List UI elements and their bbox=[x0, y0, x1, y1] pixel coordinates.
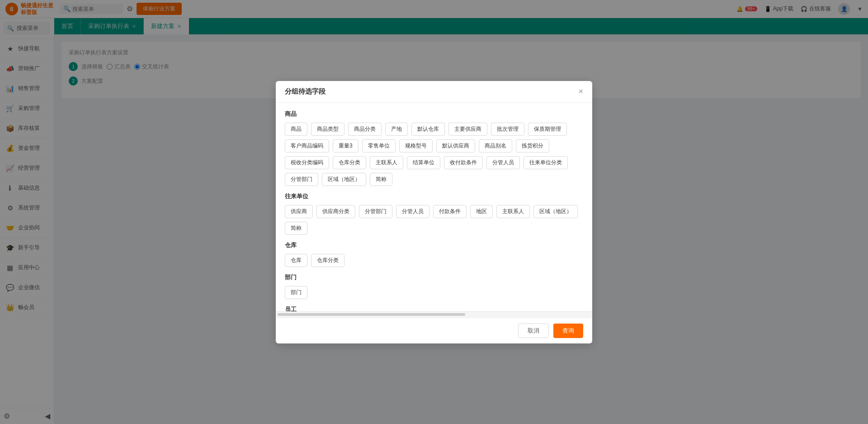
field-tag[interactable]: 商品 bbox=[285, 123, 307, 136]
field-tag[interactable]: 商品别名 bbox=[479, 139, 512, 152]
field-tag[interactable]: 地区 bbox=[470, 205, 493, 218]
field-tag[interactable]: 收付款条件 bbox=[444, 156, 483, 169]
field-select-modal: 分组待选字段 × 商品 商品 商品类型 商品分类 产地 默认仓库 主要供应商 批… bbox=[276, 81, 592, 343]
field-tag[interactable]: 供应商分类 bbox=[316, 205, 355, 218]
hscroll-thumb bbox=[278, 313, 465, 316]
section-title-dept: 部门 bbox=[285, 273, 583, 281]
field-tag[interactable]: 零售单位 bbox=[362, 139, 396, 152]
field-tag[interactable]: 分管人员 bbox=[396, 205, 429, 218]
cancel-button[interactable]: 取消 bbox=[518, 324, 549, 338]
modal-overlay: 分组待选字段 × 商品 商品 商品类型 商品分类 产地 默认仓库 主要供应商 批… bbox=[0, 0, 868, 424]
field-tag[interactable]: 付款条件 bbox=[433, 205, 467, 218]
modal-horizontal-scroll[interactable] bbox=[276, 311, 592, 318]
section-title-warehouse: 仓库 bbox=[285, 241, 583, 249]
field-tag[interactable]: 商品类型 bbox=[311, 123, 344, 136]
field-tag[interactable]: 批次管理 bbox=[491, 123, 524, 136]
field-tag[interactable]: 税收分类编码 bbox=[285, 156, 329, 169]
confirm-button[interactable]: 查询 bbox=[553, 324, 583, 338]
section-title-staff: 员工 bbox=[285, 305, 583, 311]
field-tag[interactable]: 规格型号 bbox=[399, 139, 433, 152]
field-tag[interactable]: 区域（地区） bbox=[533, 205, 578, 218]
field-tag[interactable]: 客户商品编码 bbox=[285, 139, 329, 152]
field-tag[interactable]: 默认仓库 bbox=[411, 123, 445, 136]
field-tag[interactable]: 仓库 bbox=[285, 254, 307, 267]
field-tag[interactable]: 拣货积分 bbox=[516, 139, 549, 152]
field-tag[interactable]: 往来单位分类 bbox=[524, 156, 568, 169]
modal-title: 分组待选字段 bbox=[285, 87, 326, 96]
field-tag[interactable]: 主联系人 bbox=[496, 205, 530, 218]
field-tag[interactable]: 简称 bbox=[285, 222, 307, 235]
field-tag[interactable]: 仓库分类 bbox=[333, 156, 366, 169]
field-grid-partner: 供应商 供应商分类 分管部门 分管人员 付款条件 地区 主联系人 区域（地区） … bbox=[285, 205, 583, 235]
field-grid-warehouse: 仓库 仓库分类 bbox=[285, 254, 583, 267]
field-tag[interactable]: 默认供应商 bbox=[436, 139, 475, 152]
field-tag[interactable]: 分管部门 bbox=[285, 173, 318, 186]
field-tag[interactable]: 结算单位 bbox=[407, 156, 440, 169]
field-tag[interactable]: 部门 bbox=[285, 286, 307, 299]
field-tag[interactable]: 分管部门 bbox=[359, 205, 392, 218]
field-tag[interactable]: 供应商 bbox=[285, 205, 313, 218]
field-tag[interactable]: 主联系人 bbox=[370, 156, 403, 169]
field-tag[interactable]: 保质期管理 bbox=[528, 123, 567, 136]
modal-body: 商品 商品 商品类型 商品分类 产地 默认仓库 主要供应商 批次管理 保质期管理… bbox=[276, 103, 592, 311]
modal-close-button[interactable]: × bbox=[578, 87, 583, 95]
field-tag[interactable]: 重量3 bbox=[333, 139, 359, 152]
modal-footer: 取消 查询 bbox=[276, 318, 592, 343]
field-tag[interactable]: 主要供应商 bbox=[448, 123, 487, 136]
field-tag[interactable]: 区域（地区） bbox=[322, 173, 366, 186]
field-grid-goods: 商品 商品类型 商品分类 产地 默认仓库 主要供应商 批次管理 保质期管理 客户… bbox=[285, 123, 583, 186]
field-tag[interactable]: 分管人员 bbox=[486, 156, 520, 169]
field-grid-dept: 部门 bbox=[285, 286, 583, 299]
field-tag[interactable]: 仓库分类 bbox=[311, 254, 344, 267]
field-tag[interactable]: 简称 bbox=[370, 173, 392, 186]
modal-header: 分组待选字段 × bbox=[276, 81, 592, 103]
field-tag[interactable]: 商品分类 bbox=[348, 123, 382, 136]
field-tag[interactable]: 产地 bbox=[385, 123, 408, 136]
section-title-partner: 往来单位 bbox=[285, 192, 583, 200]
section-title-goods: 商品 bbox=[285, 110, 583, 118]
